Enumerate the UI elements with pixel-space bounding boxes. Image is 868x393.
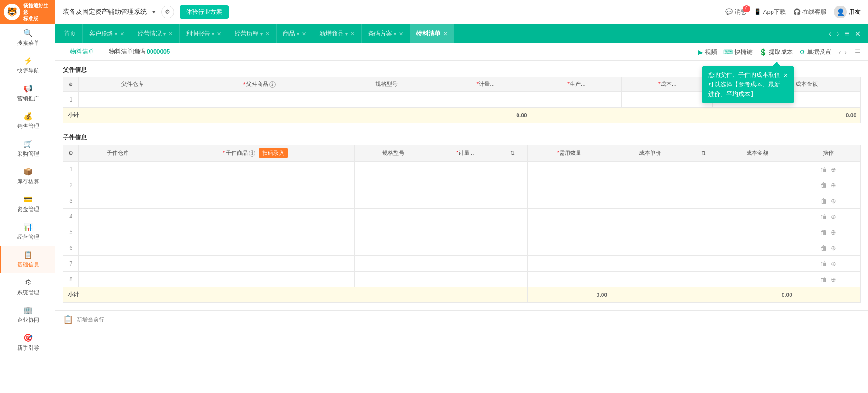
sidebar-item-purchase[interactable]: 🛒采购管理 [0, 135, 55, 163]
child-delete-4[interactable]: 🗑 [820, 213, 827, 220]
online-service-btn[interactable]: 🎧 在线客服 [793, 8, 826, 16]
child-unit-price-7[interactable] [611, 256, 689, 272]
tab-new_product[interactable]: 新增商品▾✕ [313, 24, 362, 43]
tab-home[interactable]: 首页 [57, 24, 83, 43]
tab-barcode[interactable]: 条码方案▾✕ [362, 24, 410, 43]
child-copy-6[interactable]: ⊕ [831, 244, 836, 252]
tab-arrow-profit[interactable]: ▾ [212, 31, 214, 36]
sidebar-item-inventory[interactable]: 📦库存核算 [0, 163, 55, 190]
child-delete-6[interactable]: 🗑 [820, 244, 827, 252]
child-product-6[interactable] [157, 240, 354, 256]
sub-tab-bom-list[interactable]: 物料清单 [63, 43, 102, 60]
tab-bom[interactable]: 物料清单✕ [410, 24, 454, 43]
tab-menu[interactable]: ≡ [843, 29, 851, 39]
child-copy-4[interactable]: ⊕ [831, 213, 836, 220]
sidebar-item-guide[interactable]: 🎯新手引导 [0, 329, 55, 357]
child-warehouse-4[interactable] [79, 209, 157, 224]
child-warehouse-5[interactable] [79, 224, 157, 240]
sidebar-item-search[interactable]: 🔍搜索菜单 [0, 24, 55, 52]
child-warehouse-2[interactable] [79, 177, 157, 193]
app-download-btn[interactable]: 📱 App下载 [754, 8, 786, 16]
child-spec-4[interactable] [354, 209, 432, 224]
parent-spec-1[interactable] [333, 92, 440, 108]
sidebar-item-sales[interactable]: 💰销售管理 [0, 107, 55, 135]
sidebar-item-operations_mgr[interactable]: 📊经营管理 [0, 218, 55, 246]
child-unit-3[interactable] [432, 193, 498, 209]
child-spec-5[interactable] [354, 224, 432, 240]
child-unit-price-1[interactable] [611, 162, 689, 177]
child-warehouse-8[interactable] [79, 272, 157, 287]
child-copy-5[interactable]: ⊕ [831, 229, 836, 236]
tab-close-all[interactable]: ✕ [853, 29, 862, 39]
system-dropdown[interactable]: ▾ [152, 8, 156, 15]
child-delete-1[interactable]: 🗑 [820, 166, 827, 173]
tab-arrow-customer[interactable]: ▾ [115, 31, 117, 36]
child-qty-2[interactable] [527, 177, 611, 193]
child-delete-7[interactable]: 🗑 [820, 260, 827, 267]
child-qty-5[interactable] [527, 224, 611, 240]
child-unit-6[interactable] [432, 240, 498, 256]
tab-customer[interactable]: 客户联络▾✕ [83, 24, 131, 43]
child-product-8[interactable] [157, 272, 354, 287]
child-unit-price-8[interactable] [611, 272, 689, 287]
add-row-icon[interactable]: 📋 [63, 314, 73, 325]
child-unit-5[interactable] [432, 224, 498, 240]
sidebar-item-finance[interactable]: 💳资金管理 [0, 190, 55, 218]
child-delete-3[interactable]: 🗑 [820, 197, 827, 205]
child-product-info-icon[interactable]: ℹ [249, 150, 255, 157]
trial-btn[interactable]: 体验行业方案 [180, 5, 229, 19]
child-unit-price-5[interactable] [611, 224, 689, 240]
tab-next[interactable]: › [835, 29, 841, 39]
child-copy-3[interactable]: ⊕ [831, 197, 836, 205]
sidebar-item-enterprise[interactable]: 🏢企业协同 [0, 301, 55, 329]
child-spec-8[interactable] [354, 272, 432, 287]
tab-arrow-history[interactable]: ▾ [260, 31, 263, 36]
child-copy-1[interactable]: ⊕ [831, 166, 836, 173]
child-spec-7[interactable] [354, 256, 432, 272]
child-unit-price-2[interactable] [611, 177, 689, 193]
child-warehouse-7[interactable] [79, 256, 157, 272]
message-btn[interactable]: 💬 消息 6 [725, 8, 747, 16]
child-spec-6[interactable] [354, 240, 432, 256]
tab-close-profit[interactable]: ✕ [217, 31, 221, 37]
child-qty-6[interactable] [527, 240, 611, 256]
child-delete-2[interactable]: 🗑 [820, 181, 827, 189]
list-view-icon[interactable]: ☰ [855, 48, 861, 56]
cost-btn[interactable]: 💲 提取成本 [759, 48, 793, 56]
child-qty-3[interactable] [527, 193, 611, 209]
parent-cost-1[interactable] [622, 92, 713, 108]
parent-col-settings[interactable]: ⚙ [63, 77, 79, 92]
child-copy-8[interactable]: ⊕ [831, 276, 836, 283]
tooltip-close-btn[interactable]: × [784, 70, 788, 80]
child-unit-price-3[interactable] [611, 193, 689, 209]
child-unit-8[interactable] [432, 272, 498, 287]
child-spec-3[interactable] [354, 193, 432, 209]
child-product-2[interactable] [157, 177, 354, 193]
child-unit-7[interactable] [432, 256, 498, 272]
parent-warehouse-1[interactable] [79, 92, 186, 108]
scan-btn[interactable]: 扫码录入 [259, 148, 288, 158]
next-record[interactable]: › [843, 48, 848, 57]
child-product-1[interactable] [157, 162, 354, 177]
tab-arrow-operations[interactable]: ▾ [163, 31, 166, 36]
child-unit-4[interactable] [432, 209, 498, 224]
sidebar-item-basic_info[interactable]: 📋基础信息 [0, 246, 55, 273]
parent-produce-1[interactable] [531, 92, 622, 108]
child-product-7[interactable] [157, 256, 354, 272]
tab-arrow-barcode[interactable]: ▾ [394, 31, 396, 36]
sidebar-item-quick_nav[interactable]: ⚡快捷导航 [0, 52, 55, 79]
child-product-4[interactable] [157, 209, 354, 224]
child-qty-4[interactable] [527, 209, 611, 224]
child-qty-8[interactable] [527, 272, 611, 287]
child-qty-1[interactable] [527, 162, 611, 177]
parent-unit-1[interactable] [440, 92, 531, 108]
tab-operations[interactable]: 经营情况▾✕ [131, 24, 180, 43]
tab-profit[interactable]: 利润报告▾✕ [180, 24, 228, 43]
tab-close-customer[interactable]: ✕ [120, 31, 124, 37]
child-warehouse-1[interactable] [79, 162, 157, 177]
child-product-5[interactable] [157, 224, 354, 240]
tab-prev[interactable]: ‹ [827, 29, 833, 39]
tab-close-new_product[interactable]: ✕ [350, 31, 355, 37]
sub-tab-bom-detail[interactable]: 物料清单编码 0000005 [102, 43, 177, 60]
prev-record[interactable]: ‹ [838, 48, 843, 57]
